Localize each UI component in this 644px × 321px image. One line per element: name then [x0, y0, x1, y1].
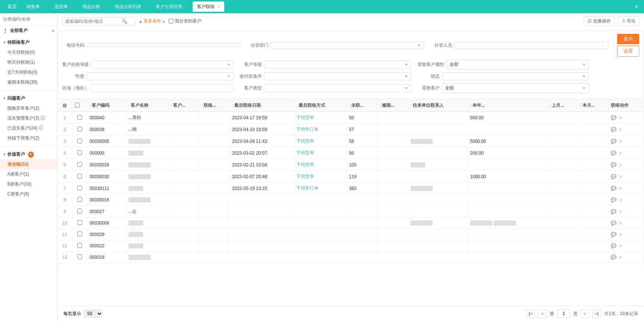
sidebar-item-declining[interactable]: 持续下滑客户(2)	[0, 133, 57, 143]
col-settings[interactable]: ⚙	[57, 99, 72, 112]
close-purchase-icon[interactable]: ×	[71, 5, 73, 9]
my-customers-filter[interactable]: 我分管的客户	[169, 18, 201, 24]
grid-icon[interactable]: ≡	[619, 197, 622, 202]
grid-icon[interactable]: ≡	[619, 115, 622, 120]
filter-nature-select[interactable]: ▼	[87, 73, 234, 80]
row-checkbox[interactable]	[77, 150, 82, 155]
grid-icon[interactable]: ≡	[619, 162, 622, 167]
grid-icon[interactable]: ≡	[619, 186, 622, 191]
row-checkbox[interactable]	[77, 209, 82, 214]
filter-retail-attr-select[interactable]: 全部▼	[446, 60, 589, 70]
sidebar-item-class-b[interactable]: B类客户(33)	[0, 179, 57, 189]
sidebar-item-class-c[interactable]: C类客户(6)	[0, 189, 57, 199]
nav-home[interactable]: 首页	[3, 3, 21, 10]
chat-icon[interactable]: 💬	[611, 243, 616, 248]
chat-icon[interactable]: 💬	[611, 162, 616, 167]
last-method-link[interactable]: 下销售订单	[296, 186, 319, 191]
page-input[interactable]	[557, 309, 570, 318]
chat-icon[interactable]: 💬	[611, 209, 616, 214]
filter-customer-type-select[interactable]: ▼	[264, 84, 411, 92]
close-analysis-icon[interactable]: ×	[103, 5, 105, 9]
my-customers-checkbox[interactable]	[169, 19, 173, 24]
close-customer-contact-icon[interactable]: ×	[218, 5, 220, 9]
close-customer-segment-icon[interactable]: ×	[185, 5, 187, 9]
row-checkbox[interactable]	[77, 115, 82, 120]
sidebar-item-tomorrow-pending[interactable]: 明天待联络(1)	[0, 57, 57, 67]
prev-page-btn[interactable]: <	[538, 309, 547, 318]
filter-retail-customer-select[interactable]: 全部▼	[442, 83, 589, 93]
nav-tab-analysis-list[interactable]: 商品分析列表 ×	[110, 1, 151, 12]
sidebar-search-input[interactable]	[3, 17, 57, 22]
row-checkbox[interactable]	[77, 186, 82, 190]
next-page-btn[interactable]: >	[581, 309, 590, 318]
grid-icon[interactable]: ≡	[619, 221, 622, 226]
grid-icon[interactable]: ≡	[619, 209, 622, 214]
row-checkbox[interactable]	[77, 138, 82, 143]
nav-tab-purchase[interactable]: 进货单 ×	[50, 1, 77, 12]
nav-tab-customer-contact[interactable]: 客户联络 ×	[193, 1, 224, 12]
filter-person-input[interactable]: ···	[454, 42, 608, 49]
row-checkbox[interactable]	[77, 127, 82, 131]
row-checkbox[interactable]	[77, 232, 82, 236]
per-page-select[interactable]: 50 100 200	[84, 310, 103, 318]
grid-icon[interactable]: ≡	[619, 139, 622, 144]
select-all-checkbox[interactable]	[75, 103, 80, 107]
chat-icon[interactable]: 💬	[611, 174, 616, 179]
chat-icon[interactable]: 💬	[611, 255, 616, 260]
grid-icon[interactable]: ≡	[619, 255, 622, 260]
filter-payment-select[interactable]: ▼	[264, 73, 411, 80]
grid-icon[interactable]: ≡	[619, 127, 622, 132]
sidebar-item-overdue-pending[interactable]: 逾期未联络(30)	[0, 77, 57, 87]
chat-icon[interactable]: 💬	[611, 151, 616, 156]
filter-region-input[interactable]: ···	[91, 84, 234, 92]
nav-tab-customer-segment[interactable]: 客户分层经营 ×	[151, 1, 192, 12]
grid-icon[interactable]: ≡	[619, 174, 622, 179]
sidebar-item-today-pending[interactable]: 今天待联络(0)	[0, 47, 57, 57]
sidebar-item-7day-pending[interactable]: 近7天待联络(0)	[0, 67, 57, 77]
filter-phone-input[interactable]	[87, 43, 240, 47]
chat-icon[interactable]: 💬	[611, 232, 616, 237]
sidebar-group-problem-header[interactable]: ▼ 问题客户	[0, 94, 57, 103]
nav-tab-sales[interactable]: 销售单 ×	[22, 1, 49, 12]
last-page-btn[interactable]: >∥	[592, 309, 601, 318]
filter-dept-select[interactable]: ▼	[271, 42, 425, 49]
all-customers-header[interactable]: ⋮ 全部客户 «	[0, 25, 57, 36]
last-method-link[interactable]: 下销货单	[296, 162, 314, 167]
grid-icon[interactable]: ≡	[619, 232, 622, 237]
chat-icon[interactable]: 💬	[611, 115, 616, 120]
chat-icon[interactable]: 💬	[611, 186, 616, 191]
row-checkbox[interactable]	[77, 254, 82, 259]
last-method-link[interactable]: 下销货单	[296, 150, 314, 155]
grid-icon[interactable]: ≡	[619, 151, 622, 156]
grid-icon[interactable]: ≡	[619, 243, 622, 248]
nav-tab-analysis[interactable]: 商品分析 ×	[78, 1, 110, 12]
last-method-link[interactable]: 下销货单	[296, 174, 314, 179]
row-checkbox[interactable]	[77, 174, 82, 179]
filter-price-level-select[interactable]: ▼	[91, 61, 234, 68]
first-page-btn[interactable]: ∥<	[526, 309, 535, 318]
filter-status-select[interactable]: ▼	[442, 73, 589, 80]
sidebar-group-pending-header[interactable]: ▼ 待联络客户	[0, 38, 57, 47]
reset-button[interactable]: 设置	[617, 46, 639, 57]
row-checkbox[interactable]	[77, 243, 82, 248]
row-checkbox[interactable]	[77, 220, 82, 225]
sidebar-item-class-a[interactable]: A类客户(1)	[0, 169, 57, 179]
close-sales-icon[interactable]: ×	[43, 5, 45, 9]
search-input[interactable]	[65, 19, 120, 24]
more-conditions-btn[interactable]: ▲ 更多条件 ▲	[138, 18, 166, 24]
chat-icon[interactable]: 💬	[611, 197, 616, 202]
close-all-icon[interactable]: ×	[632, 3, 641, 10]
chat-icon[interactable]: 💬	[611, 127, 616, 132]
sidebar-item-churn-warning[interactable]: 流失预警客户(3) ⓘ	[0, 113, 57, 123]
last-method-link[interactable]: 下销售订单	[296, 127, 319, 132]
row-checkbox[interactable]	[77, 197, 82, 202]
export-button[interactable]: ⇩ 导出	[618, 16, 640, 26]
sidebar-item-ungrouped[interactable]: 未分组(32)	[0, 159, 57, 169]
chat-icon[interactable]: 💬	[611, 221, 616, 226]
sidebar-collapse-icon[interactable]: «	[52, 29, 54, 33]
sidebar-item-hoard-abnormal[interactable]: 囤购异常客户(2)	[0, 103, 57, 113]
last-method-link[interactable]: 下销货单	[296, 115, 314, 120]
row-checkbox[interactable]	[77, 162, 82, 167]
batch-op-button[interactable]: ☑ 批量操作	[584, 16, 615, 26]
filter-customer-level-select[interactable]: ▼	[264, 61, 411, 68]
